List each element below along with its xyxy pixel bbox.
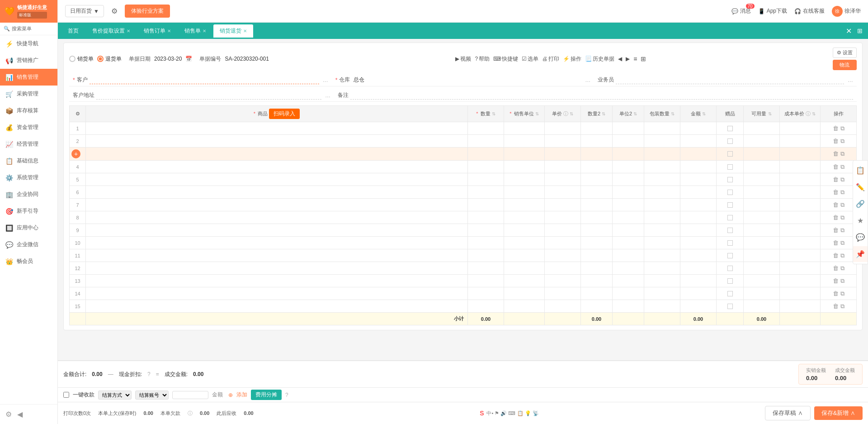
- qty-cell[interactable]: [468, 173, 504, 186]
- product-cell[interactable]: [86, 262, 468, 275]
- sort-icon[interactable]: ⇅: [602, 111, 605, 116]
- customer-input[interactable]: [90, 76, 319, 84]
- pkg-qty-cell[interactable]: [644, 249, 680, 262]
- sidebar-collapse-button[interactable]: ◀: [15, 408, 24, 420]
- qty2-cell[interactable]: [581, 224, 613, 237]
- address-input[interactable]: [96, 91, 321, 100]
- tab-price-setting[interactable]: 售价提取设置 ✕: [86, 24, 137, 38]
- delete-row-icon[interactable]: 🗑: [833, 176, 839, 183]
- copy-row-icon[interactable]: ⧉: [840, 189, 844, 196]
- gift-cell[interactable]: [717, 173, 744, 186]
- pkg-qty-cell[interactable]: [644, 300, 680, 313]
- qty2-cell[interactable]: [581, 211, 613, 224]
- qty2-cell[interactable]: [581, 300, 613, 313]
- amount-cell[interactable]: [680, 186, 717, 199]
- unit-cell[interactable]: [504, 224, 545, 237]
- pkg-qty-cell[interactable]: [644, 122, 680, 135]
- qty-cell[interactable]: [468, 161, 504, 173]
- product-cell[interactable]: [86, 275, 468, 287]
- gift-cell[interactable]: [717, 161, 744, 173]
- radio-delivery[interactable]: 销货单: [69, 55, 94, 63]
- tab-sales-order[interactable]: 销售订单 ✕: [137, 24, 177, 38]
- copy-row-icon[interactable]: ⧉: [840, 125, 844, 132]
- sidebar-item-finance[interactable]: 💰 资金管理: [0, 119, 57, 136]
- product-cell[interactable]: [86, 186, 468, 199]
- delete-row-icon[interactable]: 🗑: [833, 290, 839, 297]
- pkg-qty-cell[interactable]: [644, 148, 680, 161]
- delete-row-icon[interactable]: 🗑: [833, 125, 839, 132]
- qty-cell[interactable]: [468, 122, 504, 135]
- price-cell[interactable]: [545, 173, 581, 186]
- pkg-qty-cell[interactable]: [644, 262, 680, 275]
- pkg-qty-cell[interactable]: [644, 173, 680, 186]
- sort-icon[interactable]: ⇅: [535, 111, 539, 116]
- unit2-cell[interactable]: [613, 186, 644, 199]
- unit-cell[interactable]: [504, 262, 545, 275]
- header-settings-button[interactable]: ⚙: [108, 5, 121, 17]
- price-cell[interactable]: [545, 122, 581, 135]
- gift-checkbox[interactable]: [727, 278, 733, 284]
- delete-row-icon[interactable]: 🗑: [833, 303, 839, 310]
- pkg-qty-cell[interactable]: [644, 199, 680, 211]
- address-select-icon[interactable]: …: [325, 92, 330, 99]
- product-cell[interactable]: [86, 122, 468, 135]
- available-cell[interactable]: [744, 262, 780, 275]
- add-payment-button[interactable]: ⊕: [228, 392, 233, 398]
- tab-sales-delivery[interactable]: 销售单 ✕: [178, 24, 212, 38]
- account-num-select[interactable]: 结算账号: [135, 391, 169, 400]
- amount-cell[interactable]: [680, 249, 717, 262]
- prev-btn[interactable]: ◀: [618, 56, 622, 62]
- unit2-cell[interactable]: [613, 173, 644, 186]
- unit2-cell[interactable]: [613, 224, 644, 237]
- pkg-qty-cell[interactable]: [644, 161, 680, 173]
- close-icon[interactable]: ✕: [167, 29, 171, 33]
- available-cell[interactable]: [744, 275, 780, 287]
- pkg-qty-cell[interactable]: [644, 237, 680, 249]
- amount-cell[interactable]: [680, 211, 717, 224]
- unit2-cell[interactable]: [613, 161, 644, 173]
- add-row-button[interactable]: +: [71, 149, 80, 158]
- available-cell[interactable]: [744, 186, 780, 199]
- amount-cell[interactable]: [680, 300, 717, 313]
- close-icon[interactable]: ✕: [243, 29, 247, 33]
- sidebar-item-member[interactable]: 👑 畅会员: [0, 253, 57, 270]
- copy-row-icon[interactable]: ⧉: [840, 265, 844, 272]
- gift-checkbox[interactable]: [727, 164, 733, 170]
- sidebar-item-shortcut[interactable]: ⚡ 快捷导航: [0, 35, 57, 52]
- close-icon[interactable]: ✕: [127, 29, 130, 33]
- amount-cell[interactable]: [680, 161, 717, 173]
- gear-icon[interactable]: ⚙: [75, 111, 80, 116]
- sidebar-item-operations[interactable]: 📈 经营管理: [0, 136, 57, 152]
- available-cell[interactable]: [744, 135, 780, 148]
- gift-checkbox[interactable]: [727, 202, 733, 208]
- qty2-cell[interactable]: [581, 148, 613, 161]
- price-cell[interactable]: [545, 211, 581, 224]
- gift-cell[interactable]: [717, 300, 744, 313]
- scan-button[interactable]: 扫码录入: [269, 109, 300, 119]
- product-cell[interactable]: [86, 249, 468, 262]
- unit2-cell[interactable]: [613, 262, 644, 275]
- right-panel-item-3[interactable]: 🔗: [853, 196, 868, 212]
- unit-cell[interactable]: [504, 237, 545, 249]
- qty2-cell[interactable]: [581, 249, 613, 262]
- fee-split-button[interactable]: 费用分摊: [251, 390, 282, 400]
- sidebar-item-newuser[interactable]: 🎯 新手引导: [0, 203, 57, 219]
- available-cell[interactable]: [744, 287, 780, 300]
- price-cell[interactable]: [545, 148, 581, 161]
- right-panel-item-5[interactable]: 💬: [853, 229, 868, 245]
- available-cell[interactable]: [744, 122, 780, 135]
- available-cell[interactable]: [744, 300, 780, 313]
- gift-cell[interactable]: [717, 237, 744, 249]
- copy-row-icon[interactable]: ⧉: [840, 277, 844, 285]
- warehouse-select-icon[interactable]: …: [585, 77, 590, 83]
- gift-checkbox[interactable]: [727, 253, 733, 258]
- unit2-cell[interactable]: [613, 287, 644, 300]
- qty-cell[interactable]: [468, 262, 504, 275]
- unit-cell[interactable]: [504, 287, 545, 300]
- price-cell[interactable]: [545, 135, 581, 148]
- app-download-button[interactable]: 📱 App下载: [758, 7, 787, 15]
- sidebar-item-purchase[interactable]: 🛒 采购管理: [0, 86, 57, 102]
- gift-checkbox[interactable]: [727, 126, 733, 131]
- right-panel-item-2[interactable]: ✏️: [853, 179, 868, 195]
- copy-row-icon[interactable]: ⧉: [840, 138, 844, 145]
